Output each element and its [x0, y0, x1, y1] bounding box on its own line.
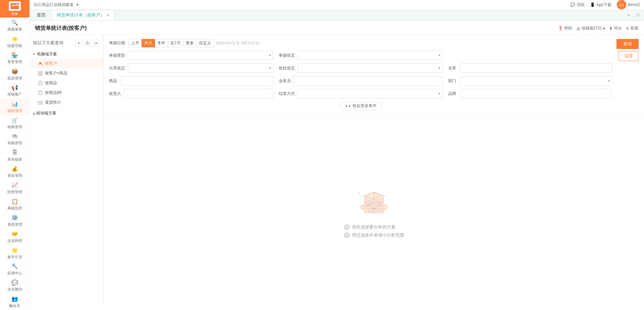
- sidebar-item-quicknav[interactable]: ⭐ 快捷导航: [0, 34, 30, 50]
- sidebar-item-label: 销售管理: [7, 108, 22, 113]
- app-download-btn[interactable]: 📱 App下载: [590, 2, 611, 8]
- messages-btn[interactable]: 💬 消息: [570, 2, 585, 8]
- sidebar-item-member[interactable]: 👥 畅会员: [0, 294, 30, 310]
- tip2-text: 用过滤条件来缩小分析范围: [352, 232, 404, 238]
- sidebar-item-basic[interactable]: 📋 基础信息: [0, 196, 30, 212]
- empty-state: ✦ ✦ ✦ ① 请先选择要分析的方案 ② 用过滤条件来缩小分析范围: [104, 114, 644, 303]
- sidebar-item-sales[interactable]: 📊 销售管理: [0, 99, 30, 115]
- department-select[interactable]: ▾: [460, 76, 612, 86]
- tab-active[interactable]: 销货单统计表（按客户） ×: [52, 10, 114, 20]
- refresh-icon: ↻: [626, 26, 629, 31]
- content-layout: 按以下方案查询 + « ▼ 电脑端方案: [30, 35, 644, 303]
- scheme-item-returns[interactable]: 退货统计: [30, 98, 103, 107]
- out-status-select[interactable]: ▾: [128, 63, 273, 73]
- salesperson-input[interactable]: ···: [293, 76, 443, 86]
- window-close-btn[interactable]: ×: [625, 12, 632, 18]
- date-tab-custom[interactable]: 自定义: [197, 39, 214, 47]
- section-arrow-icon: ▼: [32, 52, 36, 56]
- scheme-item-customer[interactable]: 按客户: [30, 59, 103, 68]
- sidebar-item-system[interactable]: ⚙️ 系统管理: [0, 212, 30, 228]
- sidebar-item-wholesale[interactable]: 📦 批发管理: [0, 66, 30, 82]
- goods-input[interactable]: ···: [121, 76, 273, 86]
- sidebar-item-corp[interactable]: 🤝 企业协同: [0, 229, 30, 245]
- help-btn[interactable]: ❓ 帮助: [558, 25, 572, 31]
- page-title: 销货单统计表(按客户): [35, 25, 87, 32]
- scheme-edit-btn[interactable]: [84, 40, 91, 46]
- svg-rect-10: [39, 92, 42, 95]
- template-print-btn[interactable]: 🖨 按模板打印 ▾: [576, 25, 605, 31]
- scheme-section-mobile-title[interactable]: ▶ 移动端方案: [30, 109, 103, 118]
- sidebar-item-ops[interactable]: 📈 经营管理: [0, 180, 30, 196]
- tab-close-btn[interactable]: ×: [107, 13, 109, 17]
- quicknav-icon: ⭐: [11, 36, 18, 42]
- date-tab-thisyear[interactable]: 本年: [155, 39, 168, 47]
- sidebar-item-search[interactable]: 🔍 搜索菜单: [0, 17, 30, 34]
- receipt-status-select[interactable]: ▾: [298, 63, 443, 73]
- sidebar-item-inventory[interactable]: 🗄 库存核算: [0, 148, 30, 164]
- breadcrumb-dropdown[interactable]: ▾: [76, 2, 78, 7]
- brand-label: 品牌: [448, 91, 458, 97]
- purchase-icon: 🛍: [11, 133, 18, 140]
- svg-point-3: [87, 42, 88, 44]
- date-tab-7days[interactable]: 近7天: [168, 39, 183, 47]
- scheme-add-btn[interactable]: +: [75, 40, 82, 46]
- filter-consignee: 收货人 ···: [109, 89, 273, 98]
- sidebar-item-newguide[interactable]: 🌟 新手引导: [0, 245, 30, 261]
- sidebar-item-ecom[interactable]: 🛒 电商管理: [0, 115, 30, 131]
- sidebar-item-purchase[interactable]: 🛍 采购管理: [0, 131, 30, 147]
- scheme-item-customer-goods[interactable]: 按客户+商品: [30, 68, 103, 78]
- scheme-section-mobile: ▶ 移动端方案: [30, 109, 103, 118]
- refresh-btn[interactable]: ↻ 刷新: [626, 25, 639, 31]
- filter-out-status: 出库状态 ▾: [109, 63, 273, 73]
- consignee-dots: ···: [266, 91, 271, 96]
- sidebar-item-marketing[interactable]: 📢 营销推广: [0, 83, 30, 99]
- scheme-item-goods[interactable]: 按商品: [30, 78, 103, 88]
- order-type-select[interactable]: ▾: [128, 51, 273, 60]
- department-label: 部门: [448, 78, 458, 84]
- filter-order-type: 单据类型 ▾: [109, 51, 273, 60]
- empty-illustration: ✦ ✦ ✦: [351, 180, 397, 220]
- tab-home[interactable]: 首页: [32, 10, 50, 20]
- setting-btn[interactable]: 设置: [619, 51, 639, 61]
- sidebar-item-appstore[interactable]: 🔧 应用中心: [0, 261, 30, 277]
- sidebar-item-retail[interactable]: 🏪 零售管理: [0, 50, 30, 66]
- svg-point-18: [367, 205, 369, 206]
- filter-grid: 单据日期 上月 本月 本年 近7天 更多 自定义 2023-03-01 至 20…: [109, 39, 612, 110]
- sidebar-item-label: 营销推广: [7, 92, 22, 97]
- sidebar-item-label: 应用中心: [7, 271, 22, 276]
- wechat-icon: 💬: [11, 279, 18, 286]
- export-btn[interactable]: ⬆ 导出: [609, 25, 622, 31]
- scheme-item-label: 按客户+商品: [45, 70, 67, 76]
- scheme-collapse-btn[interactable]: «: [93, 40, 100, 46]
- window-maximize-btn[interactable]: ⤢: [635, 12, 641, 18]
- brand-input[interactable]: ···: [460, 89, 612, 98]
- scheme-goods99-icon: [38, 90, 43, 96]
- date-tab-more[interactable]: 更多: [183, 39, 197, 47]
- section-title-label: 移动端方案: [36, 110, 56, 116]
- sidebar-item-label: 企业协同: [7, 238, 22, 243]
- date-tab-lastmonth[interactable]: 上月: [128, 39, 142, 47]
- collapse-label: 收起更多条件: [353, 103, 377, 109]
- logo[interactable]: 标版: [0, 0, 30, 17]
- filter-salesperson: 业务员 ···: [279, 76, 443, 86]
- sidebar-item-label: 电商管理: [7, 124, 22, 130]
- sidebar-item-wechat[interactable]: 💬 企业微信: [0, 277, 30, 294]
- collapse-btn[interactable]: ∧∧ 收起更多条件: [340, 102, 382, 110]
- date-tab-thismonth[interactable]: 本月: [142, 39, 155, 47]
- sidebar-item-finance[interactable]: 💰 资金管理: [0, 164, 30, 180]
- user-name: demo2: [628, 2, 640, 7]
- svg-rect-7: [38, 74, 40, 75]
- query-btn[interactable]: 查询: [616, 39, 639, 49]
- scheme-item-goods99[interactable]: 按商品99: [30, 88, 103, 98]
- settlement-select[interactable]: ▾: [298, 89, 443, 98]
- scheme-section-desktop-title[interactable]: ▼ 电脑端方案: [30, 50, 103, 59]
- consignee-input[interactable]: ···: [123, 89, 273, 98]
- export-label: 导出: [614, 25, 622, 31]
- sidebar-item-label: 经营管理: [7, 190, 22, 195]
- user-area[interactable]: Ea demo2: [617, 0, 640, 9]
- order-status-select[interactable]: ▾: [298, 51, 443, 60]
- warehouse-input[interactable]: ···: [460, 63, 612, 73]
- sidebar-item-label: 库存核算: [7, 157, 22, 162]
- out-status-label: 出库状态: [109, 65, 126, 71]
- filter-empty3: [448, 51, 612, 60]
